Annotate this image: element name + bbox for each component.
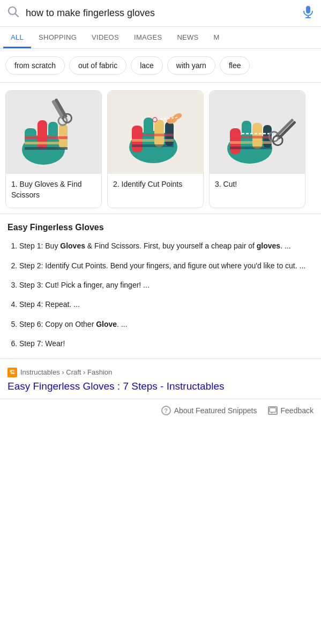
nav-tabs: ALL SHOPPING VIDEOS IMAGES NEWS M <box>0 27 321 49</box>
image-cards-section: 1. Buy Gloves & Find Scissors <box>0 83 321 214</box>
step1-bold1: Gloves <box>60 241 85 250</box>
tab-news[interactable]: NEWS <box>169 27 206 48</box>
tab-more[interactable]: M <box>206 27 227 48</box>
feedback-label: Feedback <box>281 406 313 415</box>
card-image-3 <box>210 91 305 174</box>
step4-text: Step 4: Repeat. ... <box>19 300 80 309</box>
step6-text: Step 7: Wear! <box>19 339 65 348</box>
chip-from-scratch[interactable]: from scratch <box>5 56 65 75</box>
list-item: Step 2: Identify Cut Points. Bend your f… <box>19 260 313 272</box>
card-image-1 <box>6 91 102 174</box>
svg-rect-37 <box>230 136 272 138</box>
image-card-3[interactable]: 3. Cut! <box>209 90 305 208</box>
svg-rect-21 <box>144 118 153 147</box>
card-image-2 <box>108 91 204 174</box>
svg-rect-12 <box>25 142 68 144</box>
step5-bold: Glove <box>96 320 117 328</box>
svg-rect-22 <box>154 120 164 147</box>
svg-rect-26 <box>132 144 174 147</box>
feedback-button[interactable]: Feedback <box>268 406 313 415</box>
list-item: Step 3: Cut! Pick a finger, any finger! … <box>19 279 313 291</box>
image-cards-row: 1. Buy Gloves & Find Scissors <box>5 90 316 208</box>
svg-rect-13 <box>25 147 68 150</box>
tab-shopping[interactable]: SHOPPING <box>31 27 84 48</box>
mic-icon[interactable] <box>303 5 313 21</box>
svg-rect-8 <box>38 120 47 150</box>
about-snippets-label: About Featured Snippets <box>174 406 257 415</box>
svg-rect-24 <box>132 134 174 136</box>
about-snippets-button[interactable]: ? About Featured Snippets <box>161 406 257 415</box>
chip-flee[interactable]: flee <box>220 56 250 75</box>
step1-bold2: gloves <box>257 241 280 250</box>
card-text-3: 3. Cut! <box>210 174 305 197</box>
source-link[interactable]: Easy Fingerless Gloves : 7 Steps - Instr… <box>8 380 224 392</box>
source-breadcrumb: 🏗 Instructables › Craft › Fashion <box>8 368 313 377</box>
card-text-1: 1. Buy Gloves & Find Scissors <box>6 174 101 208</box>
feedback-icon <box>268 406 278 415</box>
step3-text: Step 3: Cut! Pick a finger, any finger! … <box>19 281 150 289</box>
svg-rect-34 <box>242 121 251 149</box>
search-query[interactable]: how to make fingerless gloves <box>26 6 296 20</box>
source-section: 🏗 Instructables › Craft › Fashion Easy F… <box>0 359 321 400</box>
search-bar: how to make fingerless gloves <box>0 0 321 27</box>
step1-text: Step 1: Buy Gloves & Find Scissors. Firs… <box>19 241 291 250</box>
list-item: Step 4: Repeat. ... <box>19 298 313 310</box>
list-item: Step 1: Buy Gloves & Find Scissors. Firs… <box>19 240 313 252</box>
step5-text: Step 6: Copy on Other Glove. ... <box>19 320 128 328</box>
svg-rect-9 <box>48 122 58 150</box>
filter-chips-row: from scratch out of fabric lace with yar… <box>0 49 321 83</box>
svg-rect-25 <box>132 139 174 142</box>
source-favicon: 🏗 <box>8 368 17 377</box>
svg-rect-39 <box>230 147 272 149</box>
svg-rect-45 <box>270 408 276 412</box>
question-icon: ? <box>161 406 171 415</box>
image-card-1[interactable]: 1. Buy Gloves & Find Scissors <box>5 90 102 208</box>
svg-line-1 <box>16 14 19 17</box>
svg-rect-38 <box>230 141 272 144</box>
svg-point-30 <box>153 118 157 122</box>
step2-text: Step 2: Identify Cut Points. Bend your f… <box>19 261 305 270</box>
tab-images[interactable]: IMAGES <box>126 27 169 48</box>
tab-all[interactable]: ALL <box>3 27 31 48</box>
snippet-title: Easy Fingerless Gloves <box>8 223 313 232</box>
svg-rect-11 <box>25 136 68 139</box>
image-card-2[interactable]: 2. Identify Cut Points <box>107 90 204 208</box>
chip-lace[interactable]: lace <box>131 56 163 75</box>
chip-with-yarn[interactable]: with yarn <box>167 56 215 75</box>
chip-out-of-fabric[interactable]: out of fabric <box>69 56 126 75</box>
list-item: Step 6: Copy on Other Glove. ... <box>19 318 313 330</box>
search-icon <box>8 6 19 20</box>
source-breadcrumb-text: Instructables › Craft › Fashion <box>20 368 112 376</box>
footer-bar: ? About Featured Snippets Feedback <box>0 399 321 422</box>
featured-snippet: Easy Fingerless Gloves Step 1: Buy Glove… <box>0 214 321 358</box>
snippet-list: Step 1: Buy Gloves & Find Scissors. Firs… <box>8 240 313 349</box>
tab-videos[interactable]: VIDEOS <box>84 27 126 48</box>
svg-rect-2 <box>306 6 310 13</box>
card-text-2: 2. Identify Cut Points <box>108 174 203 197</box>
list-item: Step 7: Wear! <box>19 338 313 349</box>
